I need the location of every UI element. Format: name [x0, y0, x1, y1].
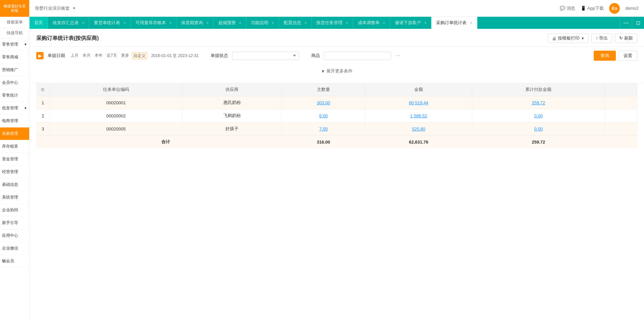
export-button[interactable]: ↑ 导出	[591, 34, 612, 43]
date-shortcut-7days[interactable]: 近7天	[105, 52, 118, 59]
main-area: 母婴行业演示账套 ▼ 💬 消息 📱 App下载 Ea demo2 首页 收发存汇…	[30, 0, 644, 321]
tab-shoufacun[interactable]: 收发存汇总表 ×	[48, 17, 89, 29]
tab-baozhi[interactable]: 保质期查询 ×	[176, 17, 213, 29]
sidebar-item-inventory[interactable]: 库存核算	[0, 140, 29, 153]
sidebar-item-wholesale[interactable]: 批发管理 ▼	[0, 102, 29, 115]
expand-more-button[interactable]: ▼ 展开更多条件	[317, 66, 357, 76]
goods-more-icon[interactable]: ···	[396, 53, 400, 59]
row-paid-3[interactable]: 0.00	[472, 122, 605, 136]
tab-gongneng[interactable]: 功能说明 ×	[246, 17, 279, 29]
goods-input[interactable]	[324, 52, 391, 60]
workspace-selector[interactable]: 母婴行业演示账套 ▼	[35, 5, 76, 11]
sidebar-item-member[interactable]: 会员中心	[0, 76, 29, 89]
tab-caigou[interactable]: 采购订单统计表 ×	[431, 17, 477, 29]
message-icon: 💬	[560, 6, 565, 11]
date-custom-tag[interactable]: 自定义	[132, 52, 147, 59]
tab-close-icon[interactable]: ×	[169, 21, 171, 25]
sidebar-item-purchase[interactable]: 采购管理	[0, 127, 29, 140]
date-shortcut-thismonth[interactable]: 本月	[81, 52, 92, 59]
tab-close-icon[interactable]: ×	[383, 21, 385, 25]
status-filter-label: 单据状态	[211, 53, 228, 59]
status-select[interactable]	[232, 52, 299, 60]
row-amount-1[interactable]: 60,519.44	[365, 96, 472, 109]
date-shortcut-thisyear[interactable]: 本年	[93, 52, 104, 59]
settings-button[interactable]: 设置	[619, 51, 637, 61]
filter-row-1: ▶ 单据日期 上月 本月 本年 近7天 更多 自定义 2016-01-01 至 …	[36, 51, 637, 61]
filter-toggle-button[interactable]: ▶	[36, 52, 44, 59]
tab-chengben[interactable]: 成本调整单 ×	[353, 17, 390, 29]
sidebar-item-retail-stat[interactable]: 零售统计	[0, 89, 29, 102]
sidebar-item-appcenter[interactable]: 应用中心	[0, 229, 29, 242]
template-print-button[interactable]: 🖨 按模板打印 ▼	[548, 34, 589, 43]
tab-close-icon[interactable]: ×	[424, 21, 426, 25]
row-seq-2: 2	[36, 109, 50, 122]
goods-filter-label: 商品	[311, 53, 320, 59]
workspace-name: 母婴行业演示账套	[35, 5, 70, 11]
row-qty-1[interactable]: 303.00	[282, 96, 365, 109]
message-button[interactable]: 💬 消息	[560, 5, 575, 11]
row-supplier-3: 好孩子	[182, 122, 282, 136]
tab-keyongliang[interactable]: 可用量库存账本 ×	[131, 17, 176, 29]
chevron-down-icon-expand: ▼	[321, 69, 325, 74]
row-code-2: 00020002	[50, 109, 182, 122]
tab-close-icon-active[interactable]: ×	[470, 21, 472, 25]
row-paid-1[interactable]: 259.72	[472, 96, 605, 109]
content-area: 采购订单统计表(按供应商) 🖨 按模板打印 ▼ ↑ 导出 ↻ 刷新	[30, 29, 644, 321]
table-container: ⚙ 往来单位编码 供应商 主数量 金额 累计付款金额 1	[30, 83, 644, 155]
sidebar-item-wechat[interactable]: 企业微信	[0, 242, 29, 255]
avatar[interactable]: Ea	[609, 3, 620, 14]
tab-jianhuo[interactable]: 拣货任务管理 ×	[312, 17, 353, 29]
row-qty-2[interactable]: 6.00	[282, 109, 365, 122]
query-button[interactable]: 查询	[594, 51, 616, 61]
sidebar-item-operation[interactable]: 经营管理	[0, 166, 29, 178]
row-qty-3[interactable]: 7.00	[282, 122, 365, 136]
app-name: 畅捷通好生意	[4, 4, 26, 8]
col-settings[interactable]: ⚙	[36, 83, 50, 96]
app-subtitle: 标版	[11, 8, 18, 13]
sidebar-item-search[interactable]: 搜索菜单	[0, 17, 29, 28]
tab-minimize-button[interactable]: —	[620, 17, 632, 29]
tab-chaochuyujing[interactable]: 超储预警 ×	[214, 17, 246, 29]
page-container: 采购订单统计表(按供应商) 🖨 按模板打印 ▼ ↑ 导出 ↻ 刷新	[30, 29, 644, 321]
chevron-down-icon-workspace: ▼	[72, 6, 76, 10]
date-shortcuts: 上月 本月 本年 近7天 更多 自定义	[69, 52, 147, 59]
sidebar-item-ecommerce[interactable]: 电商管理	[0, 115, 29, 127]
tab-close-icon[interactable]: ×	[272, 21, 274, 25]
settings-icon: ⚙	[41, 87, 45, 92]
date-range-display: 2016-01-01 至 2023-12-31	[151, 53, 199, 59]
tab-close-icon[interactable]: ×	[206, 21, 208, 25]
tab-close-icon[interactable]: ×	[239, 21, 241, 25]
sidebar: 畅捷通好生意 标版 搜索菜单 快捷导航 零售管理 ▼ 零售商城 营销推广 会员中…	[0, 0, 30, 321]
tab-maximize-button[interactable]: ⊡	[632, 17, 644, 29]
row-amount-3[interactable]: 525.80	[365, 122, 472, 136]
tab-home[interactable]: 首页	[30, 17, 48, 29]
topbar-right: 💬 消息 📱 App下载 Ea demo2	[560, 3, 639, 14]
sidebar-item-finance[interactable]: 资金管理	[0, 153, 29, 166]
sidebar-item-system[interactable]: 系统管理	[0, 191, 29, 204]
date-shortcut-more[interactable]: 更多	[120, 52, 130, 59]
col-amount: 金额	[365, 83, 472, 96]
date-shortcut-lastmonth[interactable]: 上月	[69, 52, 80, 59]
sidebar-item-retail[interactable]: 零售管理 ▼	[0, 38, 29, 51]
sidebar-item-quicknav[interactable]: 快捷导航	[0, 28, 29, 38]
sidebar-item-collab[interactable]: 企业协同	[0, 204, 29, 217]
tab-yaohuo[interactable]: 要货单统计表 ×	[89, 17, 130, 29]
tab-close-icon[interactable]: ×	[123, 21, 125, 25]
sidebar-item-guide[interactable]: 新手引导	[0, 217, 29, 229]
sidebar-item-basic[interactable]: 基础信息	[0, 178, 29, 191]
sidebar-item-marketing[interactable]: 营销推广	[0, 64, 29, 76]
row-amount-2[interactable]: 1,586.52	[365, 109, 472, 122]
date-filter-label: 单据日期	[48, 53, 65, 59]
app-download-button[interactable]: 📱 App下载	[581, 5, 604, 11]
tab-close-icon[interactable]: ×	[82, 21, 84, 25]
sidebar-item-vip[interactable]: 畅会员	[0, 255, 29, 268]
refresh-button[interactable]: ↻ 刷新	[615, 34, 637, 43]
tab-close-icon[interactable]: ×	[346, 21, 348, 25]
tab-peizhi[interactable]: 配置信息 ×	[279, 17, 312, 29]
row-paid-2[interactable]: 0.00	[472, 109, 605, 122]
tab-yaoqing[interactable]: 邀请下游客户 ×	[390, 17, 431, 29]
sidebar-item-store[interactable]: 零售商城	[0, 51, 29, 64]
table-row: 1 00020001 惠氏奶粉 303.00 60,519.44 259.72	[36, 96, 637, 109]
footer-label: 合计	[50, 136, 282, 149]
tab-close-icon[interactable]: ×	[305, 21, 307, 25]
